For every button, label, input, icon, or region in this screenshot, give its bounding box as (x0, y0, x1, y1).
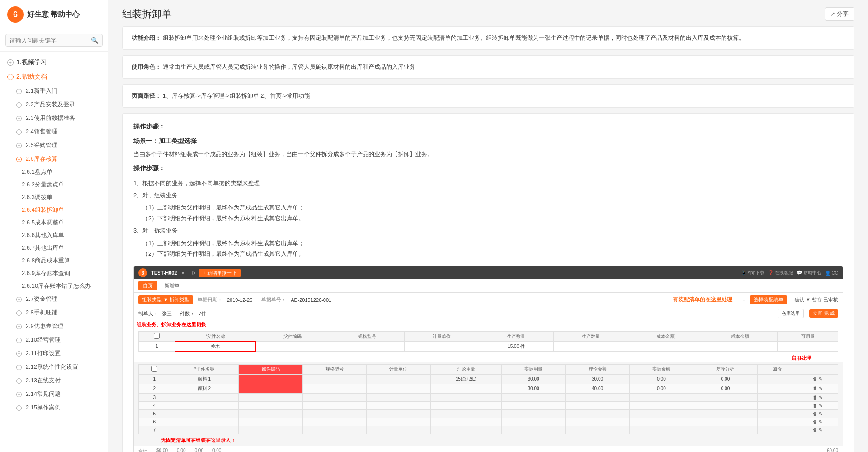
collapse-icon: − (7, 74, 14, 80)
nav-children-2: + 2.1新手入门 + 2.2产品安装及登录 + 2.3使用前数据准备 + 2.… (0, 84, 108, 414)
erp-mock: 6 TEST-H002 ▼ ⚙ + 新增单据一下 📱 App下载 ❓ 在线客服 … (134, 266, 843, 452)
sidebar-item-assembly[interactable]: 2.6.4组装拆卸单 (0, 204, 108, 216)
sidebar-item-sales[interactable]: + 2.4销售管理 (0, 125, 108, 138)
cell-cost-amt (628, 342, 703, 352)
erp-footer-val1: $0.00 (156, 448, 168, 452)
sidebar-item-case-study[interactable]: + 2.15操作案例 (0, 401, 108, 414)
table-row: 7 🗑 ✎ (139, 426, 838, 434)
step2-sub2: （2）下部明细为子件明细，最终作为原材料生成其它出库单。 (133, 213, 843, 224)
content-area: 功能介绍： 组装拆卸单用来处理企业组装或拆卸等加工业务，支持有固定装配清单的产品… (108, 26, 868, 452)
erp-warehouse-btn[interactable]: 仓库选用 (778, 309, 804, 318)
main-header: 组装拆卸单 ↗ 分享 (108, 0, 868, 26)
cell-parent-name: 关木 (175, 342, 255, 352)
erp-tab-new[interactable]: 新增单 (160, 281, 184, 290)
sidebar-item-inventory[interactable]: − 2.6库存核算 (0, 152, 108, 166)
sidebar-item-mobile[interactable]: + 2.8手机旺铺 (0, 306, 108, 319)
step3-sub2: （2）下部明细为子件明细，最终作为产成品生成其它入库单。 (133, 248, 843, 259)
sidebar-item-finance[interactable]: + 2.7资金管理 (0, 292, 108, 306)
sidebar-item-install[interactable]: + 2.2产品安装及登录 (0, 98, 108, 111)
sidebar-item-customize[interactable]: + 2.12系统个性化设置 (0, 360, 108, 374)
sidebar-item-other-in[interactable]: 2.6.6其他入库单 (0, 229, 108, 242)
erp-topbar: 6 TEST-H002 ▼ ⚙ + 新增单据一下 📱 App下载 ❓ 在线客服 … (134, 266, 843, 279)
app-name: 好生意 帮助中心 (27, 10, 80, 19)
sidebar-item-stocktake[interactable]: 2.6.1盘点单 (0, 166, 108, 178)
erp-bottom-table-container: *子件名称 部件编码 规格型号 计量单位 理论用量 实际用量 理论金额 实际金额… (134, 362, 843, 436)
col-sub-code: 部件编码 (239, 364, 302, 374)
sidebar-item-data-prep[interactable]: + 2.3使用前数据准备 (0, 111, 108, 125)
sidebar-item-purchase[interactable]: + 2.5采购管理 (0, 138, 108, 152)
annotation4-label: 启用处理 (791, 355, 811, 362)
role-text: 通常由生产人员或库管人员完成拆装业务的操作，库管人员确认原材料的出库和产成品的入… (163, 63, 415, 70)
erp-help-icon: ❓ 在线客服 (768, 270, 793, 276)
erp-logo: 6 (138, 268, 147, 277)
sidebar-item-partial-stocktake[interactable]: 2.6.2分量盘点单 (0, 178, 108, 191)
sidebar-item-transfer[interactable]: 2.6.3调拨单 (0, 191, 108, 204)
col-spec: 规格型号 (330, 332, 405, 342)
col-check (139, 332, 175, 342)
table-row: 1 关木 15.00 件 (139, 342, 838, 352)
cell-prod-qty: 15.00 件 (479, 342, 554, 352)
col-actual-qty: 实际用量 (501, 364, 565, 374)
step3-sub1: （1）上部明细为父件明细，最终作为原材料生成其它出库单； (133, 238, 843, 248)
erp-date-value: 2019-12-26 (227, 297, 252, 303)
col-diff: 差异分析 (693, 364, 757, 374)
func-intro-block: 功能介绍： 组装拆卸单用来处理企业组装或拆卸等加工业务，支持有固定装配清单的产品… (122, 26, 854, 50)
sidebar-item-other-out[interactable]: 2.6.7其他出库单 (0, 242, 108, 254)
nav-subitems-2.6: 2.6.1盘点单 2.6.2分量盘点单 2.6.3调拨单 2.6.4组装拆卸单 … (0, 166, 108, 292)
erp-type-btn[interactable]: 组装类型 ▼ 拆卸类型 (138, 295, 193, 304)
sidebar-item-ledger-fix[interactable]: 2.6.10库存账本错了怎么办 (0, 280, 108, 292)
sidebar-item-print[interactable]: + 2.11打印设置 (0, 347, 108, 360)
col-parent-name: *父件名称 (175, 332, 255, 342)
erp-screenshot: 6 TEST-H002 ▼ ⚙ + 新增单据一下 📱 App下载 ❓ 在线客服 … (133, 266, 843, 452)
sidebar-item-online-pay[interactable]: + 2.13在线支付 (0, 374, 108, 387)
erp-sub-label: 制单人： (138, 310, 158, 317)
sidebar-item-ops-mgmt[interactable]: + 2.10经营管理 (0, 333, 108, 347)
erp-apply-btn[interactable]: 立 即 完 成 (809, 309, 838, 318)
sidebar-item-ledger-query[interactable]: 2.6.9库存账本查询 (0, 267, 108, 280)
content-section: 操作步骤： 场景一：加工类型选择 当由多个子件材料组装成一个成品的业务为【组装】… (122, 113, 854, 452)
erp-help-center-icon: 💬 帮助中心 (797, 270, 821, 276)
func-intro-text: 组装拆卸单用来处理企业组装或拆卸等加工业务，支持有固定装配清单的产品加工业务，也… (163, 34, 745, 41)
table-row: 6 🗑 ✎ (139, 418, 838, 426)
sidebar-item-coupon[interactable]: + 2.9优惠券管理 (0, 319, 108, 333)
sidebar-item-beginner[interactable]: + 2.1新手入门 (0, 84, 108, 98)
col-theory-amt: 理论金额 (566, 364, 629, 374)
share-button[interactable]: ↗ 分享 (825, 7, 854, 21)
col-check-b (139, 364, 170, 374)
sidebar-item-cost-recalc[interactable]: 2.6.8商品成本重算 (0, 254, 108, 267)
erp-confirm-btn[interactable]: 确认 ▼ 暂存 已审核 (794, 296, 838, 303)
sidebar-item-faq[interactable]: + 2.14常见问题 (0, 387, 108, 401)
erp-select-bill-btn[interactable]: 选择装配清单 (750, 295, 787, 304)
step3: 3、对于拆装业务 (133, 225, 843, 236)
share-label: 分享 (837, 10, 849, 18)
erp-num-label: 件数： (180, 310, 195, 317)
sidebar-item-video-learning[interactable]: + 1.视频学习 (0, 55, 108, 70)
col-cost-amt2: 成本金额 (703, 332, 778, 342)
erp-annotation4-row: 启用处理 (134, 354, 843, 362)
nav-tree: + 1.视频学习 − 2.帮助文档 + 2.1新手入门 + 2.2产品安装及登录 (0, 52, 108, 452)
sidebar: 6 好生意 帮助中心 🔍 + 1.视频学习 − 2.帮助文档 + 2.1新手入 (0, 0, 108, 452)
scene1-desc: 当由多个子件材料组装成一个成品的业务为【组装】业务，当由一个父件拆分成多个子产品… (133, 149, 843, 159)
col-cost-amt: 成本金额 (628, 332, 703, 342)
erp-num-value: 7件 (198, 310, 206, 317)
col-parent-code: 父件编码 (255, 332, 330, 342)
sidebar-item-help-docs[interactable]: − 2.帮助文档 (0, 70, 108, 84)
search-icon[interactable]: 🔍 (91, 37, 99, 44)
table-row: 3 🗑 ✎ (139, 393, 838, 401)
select-all-top[interactable] (154, 333, 160, 339)
erp-topbar-icon1: ⚙ (191, 271, 195, 276)
erp-tab-home[interactable]: 自页 (138, 281, 157, 290)
expand-icon: + (7, 59, 14, 66)
erp-footer-row: 合计 $0.00 0.00 0.00 0.00 £0.00 (134, 446, 843, 452)
sidebar-item-cost-adjust[interactable]: 2.6.5成本调整单 (0, 216, 108, 229)
search-input[interactable] (9, 37, 91, 44)
cell-avail (778, 342, 838, 352)
erp-no-value: AD-20191226-001 (291, 297, 331, 303)
erp-bottom-table: *子件名称 部件编码 规格型号 计量单位 理论用量 实际用量 理论金额 实际金额… (138, 364, 838, 434)
table-row: 4 🗑 ✎ (139, 401, 838, 409)
cell-check: 1 (139, 342, 175, 352)
erp-new-btn[interactable]: + 新增单据一下 (199, 269, 240, 277)
col-ops (797, 364, 838, 374)
select-all-bottom[interactable] (151, 366, 157, 372)
erp-no-label: 单据单号： (261, 296, 286, 303)
